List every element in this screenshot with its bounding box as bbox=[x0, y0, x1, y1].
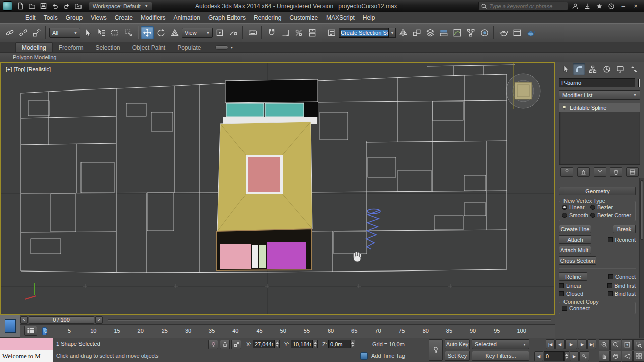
connect-checkbox[interactable]: Connect bbox=[608, 274, 636, 280]
new-scene-icon[interactable] bbox=[15, 1, 26, 11]
spinner-icon[interactable] bbox=[275, 340, 280, 348]
attach-button[interactable]: Attach bbox=[559, 235, 591, 244]
favorites-star-icon[interactable] bbox=[594, 1, 604, 11]
cross-section-button[interactable]: Cross Section bbox=[559, 256, 596, 265]
bind-to-spacewarp-icon[interactable] bbox=[30, 26, 43, 39]
project-folder-icon[interactable] bbox=[73, 1, 84, 11]
window-crossing-icon[interactable] bbox=[122, 26, 135, 39]
menu-item[interactable]: Modifiers bbox=[137, 12, 170, 23]
help-icon[interactable] bbox=[606, 1, 616, 11]
select-and-rotate-icon[interactable] bbox=[154, 26, 168, 39]
keyboard-override-icon[interactable] bbox=[246, 26, 259, 39]
3dsmax-logo-icon[interactable] bbox=[3, 1, 12, 11]
pin-stack-icon[interactable] bbox=[560, 167, 573, 177]
next-frame-button[interactable]: ▶ bbox=[578, 339, 587, 349]
key-step-forward-button[interactable]: ▶ bbox=[570, 351, 579, 361]
key-mode-toggle-icon[interactable] bbox=[579, 351, 589, 361]
menu-item[interactable]: Group bbox=[62, 12, 87, 23]
maximize-viewport-icon[interactable] bbox=[633, 351, 644, 362]
macro-recorder-pane[interactable] bbox=[0, 338, 53, 350]
show-end-result-icon[interactable] bbox=[577, 167, 590, 177]
ribbon-tab-object-paint[interactable]: Object Paint bbox=[126, 43, 171, 52]
menu-item[interactable]: Views bbox=[87, 12, 111, 23]
named-selection-sets-icon[interactable] bbox=[325, 26, 338, 39]
set-key-button[interactable]: Set Key bbox=[445, 351, 470, 361]
redo-icon[interactable] bbox=[61, 1, 72, 11]
rectangular-selection-region-icon[interactable] bbox=[108, 26, 121, 39]
orbit-icon[interactable] bbox=[610, 351, 621, 362]
spinner-icon[interactable] bbox=[350, 340, 355, 348]
unlink-selection-icon[interactable] bbox=[17, 26, 30, 39]
object-color-swatch[interactable] bbox=[638, 79, 640, 87]
polygon-modeling-label[interactable]: Polygon Modeling bbox=[13, 54, 56, 60]
selection-lock-icon[interactable] bbox=[220, 340, 230, 349]
ribbon-panel-strip[interactable]: Polygon Modeling bbox=[0, 53, 644, 62]
menu-item[interactable]: Help bbox=[359, 12, 379, 23]
spinner-icon[interactable] bbox=[313, 340, 318, 348]
smooth-radio[interactable]: Smooth bbox=[562, 212, 590, 218]
time-slider-prev-button[interactable]: < bbox=[20, 316, 28, 324]
go-to-start-button[interactable]: |◀ bbox=[546, 339, 555, 349]
viewport-shading-menu[interactable]: [Realistic] bbox=[27, 66, 51, 72]
zoom-all-icon[interactable] bbox=[610, 339, 621, 350]
reference-coordinate-dropdown[interactable]: View ▼ bbox=[182, 28, 213, 38]
workspace-dropdown[interactable]: Workspace: Default ▼ bbox=[89, 2, 152, 11]
modifier-list-dropdown[interactable]: Modifier List ▼ bbox=[559, 90, 640, 100]
z-field[interactable] bbox=[328, 340, 355, 348]
align-icon[interactable] bbox=[410, 26, 423, 39]
select-and-move-icon[interactable] bbox=[141, 26, 154, 39]
hierarchy-tab-icon[interactable] bbox=[587, 63, 599, 75]
graphite-ribbon-toggle-icon[interactable] bbox=[437, 26, 450, 39]
key-step-back-button[interactable]: ◀ bbox=[534, 351, 543, 361]
break-button[interactable]: Break bbox=[613, 225, 636, 233]
zoom-extents-icon[interactable] bbox=[622, 339, 633, 350]
modify-tab-icon[interactable] bbox=[573, 63, 585, 75]
help-search-box[interactable] bbox=[478, 2, 568, 10]
viewport-pov-menu[interactable]: [Top] bbox=[14, 66, 26, 72]
attach-mult-button[interactable]: Attach Mult. bbox=[559, 246, 591, 254]
select-object-icon[interactable] bbox=[81, 26, 94, 39]
time-slider-next-button[interactable]: > bbox=[95, 316, 103, 324]
search-input[interactable] bbox=[489, 3, 565, 9]
y-field[interactable] bbox=[291, 340, 318, 348]
schematic-view-icon[interactable] bbox=[464, 26, 477, 39]
bind-first-checkbox[interactable]: Bind first bbox=[607, 283, 636, 289]
selection-filter-dropdown[interactable]: All ▼ bbox=[49, 28, 80, 38]
time-slider-track[interactable] bbox=[108, 319, 551, 321]
go-to-end-button[interactable]: ▶| bbox=[587, 339, 596, 349]
mirror-icon[interactable] bbox=[396, 26, 410, 39]
time-slider-handle[interactable]: 0 / 100 bbox=[29, 316, 94, 324]
angle-snap-icon[interactable] bbox=[279, 26, 292, 39]
ribbon-tab-modeling[interactable]: Modeling bbox=[15, 42, 53, 52]
key-mode-dropdown[interactable]: Selected ▼ bbox=[472, 339, 529, 349]
x-field[interactable] bbox=[253, 340, 280, 348]
updates-icon[interactable] bbox=[582, 1, 592, 11]
screw-object[interactable] bbox=[366, 209, 380, 250]
snap-toggle-3d-icon[interactable] bbox=[265, 26, 278, 39]
modifier-stack[interactable]: Editable Spline bbox=[559, 103, 640, 165]
panel-scrollbar[interactable] bbox=[639, 178, 644, 338]
reorient-checkbox[interactable]: Reorient bbox=[608, 237, 636, 243]
spinner-snap-icon[interactable] bbox=[306, 26, 319, 39]
add-time-tag[interactable]: Add Time Tag bbox=[371, 353, 405, 359]
save-file-icon[interactable] bbox=[38, 1, 49, 11]
chevron-down-icon[interactable]: ▼ bbox=[389, 28, 396, 38]
set-keys-button[interactable] bbox=[429, 339, 443, 361]
maxscript-mini-listener[interactable]: Welcome to M bbox=[0, 350, 53, 362]
select-and-manipulate-icon[interactable] bbox=[227, 26, 240, 39]
play-button[interactable]: ▶ bbox=[565, 339, 577, 349]
remove-modifier-icon[interactable] bbox=[610, 167, 622, 177]
signin-user-icon[interactable] bbox=[570, 1, 580, 11]
select-and-link-icon[interactable] bbox=[3, 26, 16, 39]
auto-key-button[interactable]: Auto Key bbox=[445, 339, 470, 349]
viewport-layout-tab[interactable] bbox=[5, 319, 16, 333]
track-bar[interactable]: 0510152025303540455055606570758085909510… bbox=[0, 324, 555, 338]
utilities-tab-icon[interactable] bbox=[628, 63, 640, 75]
make-unique-icon[interactable] bbox=[594, 167, 606, 177]
configure-modifier-sets-icon[interactable] bbox=[626, 167, 639, 177]
bezier-radio[interactable]: Bezier bbox=[590, 204, 633, 210]
create-line-button[interactable]: Create Line bbox=[559, 225, 591, 233]
object-name-field[interactable] bbox=[559, 78, 635, 87]
layer-manager-icon[interactable] bbox=[424, 26, 437, 39]
menu-item[interactable]: Graph Editors bbox=[204, 12, 250, 23]
